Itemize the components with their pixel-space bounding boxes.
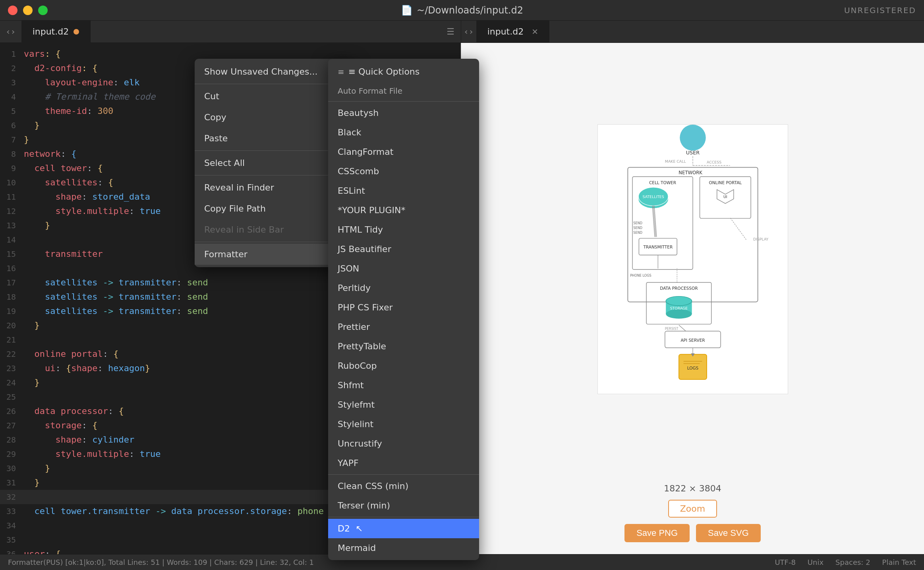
svg-text:ACCESS: ACCESS — [707, 160, 721, 164]
svg-text:SEND: SEND — [633, 226, 642, 230]
zoom-button[interactable]: Zoom — [668, 500, 717, 518]
right-tab-next-arrow[interactable]: › — [470, 27, 473, 37]
qo-mermaid[interactable]: Mermaid — [328, 538, 479, 558]
qo-yapf[interactable]: YAPF — [328, 453, 479, 473]
close-button[interactable] — [8, 6, 17, 15]
diagram-info: 1822 × 3804 Zoom Save PNG Save SVG — [624, 476, 761, 554]
svg-text:TRANSMITTER: TRANSMITTER — [643, 245, 673, 249]
unregistered-label: UNREGISTERED — [844, 6, 916, 15]
qo-shfmt[interactable]: Shfmt — [328, 376, 479, 395]
qo-sep-1 — [328, 101, 479, 102]
qo-stylelint[interactable]: Stylelint — [328, 414, 479, 434]
svg-text:DATA PROCESSOR: DATA PROCESSOR — [660, 286, 698, 291]
qo-php-cs-fixer[interactable]: PHP CS Fixer — [328, 298, 479, 317]
tabbar-right: ‹ › input.d2 ✕ — [461, 21, 924, 43]
qo-rubocop[interactable]: RuboCop — [328, 356, 479, 376]
qo-js-beautifier[interactable]: JS Beautifier — [328, 239, 479, 259]
svg-text:MAKE CALL: MAKE CALL — [665, 159, 686, 164]
qo-eslint[interactable]: ESLint — [328, 181, 479, 200]
qo-csscomb[interactable]: CSScomb — [328, 162, 479, 181]
svg-text:USER: USER — [686, 150, 700, 156]
diagram-container: USER MAKE CALL ACCESS NETWORK CELL TOWER… — [461, 43, 924, 476]
tab-input-d2[interactable]: input.d2 — [21, 21, 91, 43]
titlebar: 📄 ~/Downloads/input.d2 UNREGISTERED — [0, 0, 924, 21]
qo-header: ≡ ≡ Quick Options — [328, 61, 479, 82]
qo-your-plugin[interactable]: *YOUR PLUGIN* — [328, 200, 479, 220]
qo-auto-format[interactable]: Auto Format File — [328, 82, 479, 100]
statusbar-syntax[interactable]: Plain Text — [882, 558, 916, 566]
statusbar-info: Formatter(PUS) [ok:1|ko:0], Total Lines:… — [8, 558, 314, 566]
diagram-svg: USER MAKE CALL ACCESS NETWORK CELL TOWER… — [597, 124, 788, 394]
svg-line-42 — [679, 325, 686, 331]
svg-text:DISPLAY: DISPLAY — [753, 237, 768, 241]
tab-modified-indicator — [73, 29, 79, 35]
qo-clangformat[interactable]: ClangFormat — [328, 142, 479, 162]
svg-point-1 — [686, 136, 699, 145]
right-tab-prev-arrow[interactable]: ‹ — [464, 27, 468, 37]
svg-text:SEND: SEND — [633, 231, 642, 235]
statusbar-indentation[interactable]: Spaces: 2 — [835, 558, 870, 566]
diagram-panel: USER MAKE CALL ACCESS NETWORK CELL TOWER… — [461, 43, 924, 554]
statusbar-line-ending[interactable]: Unix — [808, 558, 823, 566]
svg-text:NETWORK: NETWORK — [679, 170, 702, 175]
save-svg-button[interactable]: Save SVG — [696, 524, 761, 542]
qo-stylefmt[interactable]: Stylefmt — [328, 395, 479, 414]
context-menu-formatter: ≡ ≡ Quick Options Auto Format File Beaut… — [328, 59, 479, 560]
qo-terser[interactable]: Terser (min) — [328, 496, 479, 515]
tab-label: input.d2 — [33, 27, 69, 37]
svg-text:PHONE LOGS: PHONE LOGS — [630, 273, 651, 277]
svg-text:API SERVER: API SERVER — [680, 338, 705, 343]
diagram-size: 1822 × 3804 — [664, 483, 721, 493]
svg-text:LOGS: LOGS — [687, 366, 698, 370]
right-tab-input-d2[interactable]: input.d2 ✕ — [476, 21, 549, 43]
qo-black[interactable]: Black — [328, 123, 479, 142]
window-title: 📄 ~/Downloads/input.d2 — [401, 5, 523, 16]
maximize-button[interactable] — [38, 6, 48, 15]
diagram-save-buttons: Save PNG Save SVG — [624, 524, 761, 542]
right-tab-close-button[interactable]: ✕ — [532, 27, 538, 37]
d2-cursor-icon: ↖ — [356, 524, 363, 533]
file-icon: 📄 — [401, 5, 413, 16]
svg-text:SATELLITES: SATELLITES — [642, 194, 664, 199]
right-nav-arrows: ‹ › — [461, 27, 476, 37]
qo-json[interactable]: JSON — [328, 259, 479, 278]
tab-prev-arrow[interactable]: ‹ — [6, 27, 10, 37]
tab-next-arrow[interactable]: › — [12, 27, 15, 37]
svg-point-32 — [666, 297, 692, 306]
qo-prettier[interactable]: Prettier — [328, 317, 479, 337]
minimize-button[interactable] — [23, 6, 33, 15]
svg-text:STORAGE: STORAGE — [670, 306, 688, 310]
tab-hamburger-icon[interactable]: ☰ — [447, 27, 461, 37]
tab-nav-arrows: ‹ › — [0, 27, 21, 37]
svg-text:SEND: SEND — [633, 221, 642, 225]
svg-text:UI: UI — [723, 194, 727, 199]
qo-clean-css[interactable]: Clean CSS (min) — [328, 476, 479, 496]
svg-point-0 — [688, 128, 697, 137]
qo-beautysh[interactable]: Beautysh — [328, 103, 479, 123]
traffic-lights — [8, 6, 48, 15]
qo-sep-3 — [328, 517, 479, 517]
svg-text:CELL TOWER: CELL TOWER — [649, 180, 676, 185]
qo-html-tidy[interactable]: HTML Tidy — [328, 220, 479, 239]
qo-perltidy[interactable]: Perltidy — [328, 278, 479, 298]
svg-text:PERSIST: PERSIST — [665, 327, 679, 331]
qo-d2[interactable]: D2 ↖ — [328, 519, 479, 538]
statusbar-right: UTF-8 Unix Spaces: 2 Plain Text — [775, 558, 916, 566]
qo-sep-2 — [328, 474, 479, 475]
statusbar-encoding[interactable]: UTF-8 — [775, 558, 795, 566]
svg-line-38 — [730, 218, 746, 240]
qo-uncrustify[interactable]: Uncrustify — [328, 434, 479, 453]
tabbar-left: ‹ › input.d2 ☰ — [0, 21, 461, 43]
qo-header-label: ≡ Quick Options — [348, 67, 420, 77]
qo-prettytable[interactable]: PrettyTable — [328, 337, 479, 356]
right-tab-label: input.d2 — [487, 27, 524, 37]
svg-point-31 — [666, 309, 692, 318]
save-png-button[interactable]: Save PNG — [624, 524, 690, 542]
svg-text:ONLINE PORTAL: ONLINE PORTAL — [709, 180, 742, 185]
qo-header-icon: ≡ — [338, 67, 344, 77]
